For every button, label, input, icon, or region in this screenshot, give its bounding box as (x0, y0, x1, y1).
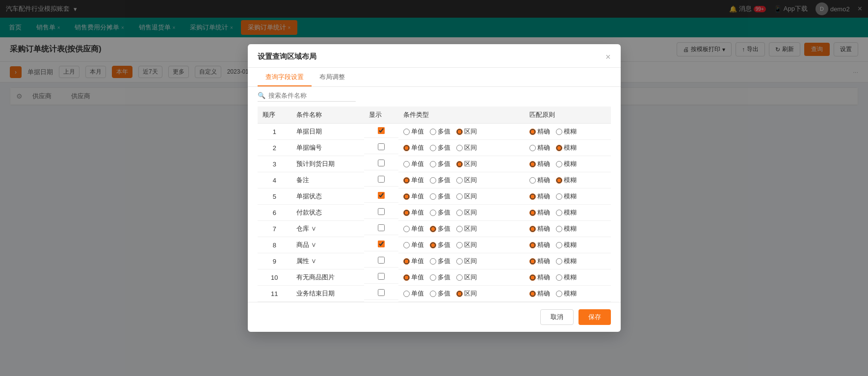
settings-dialog: 设置查询区域布局 × 查询字段设置 布局调整 🔍 顺序 条件名称 显示 (248, 44, 621, 110)
th-show: 显示 (364, 107, 398, 110)
dialog-header: 设置查询区域布局 × (248, 44, 621, 68)
dialog-close-btn[interactable]: × (605, 53, 611, 61)
tab-layout-adjust[interactable]: 布局调整 (312, 68, 353, 86)
th-type: 条件类型 (398, 107, 525, 110)
search-input[interactable] (268, 92, 347, 99)
tab-field-settings[interactable]: 查询字段设置 (258, 68, 312, 86)
th-match: 匹配原则 (525, 107, 610, 110)
th-name: 条件名称 (291, 107, 364, 110)
conditions-table: 顺序 条件名称 显示 条件类型 匹配原则 1单据日期单值多值区间精确模糊2单据编… (258, 107, 611, 110)
dialog-search-area: 🔍 (248, 87, 621, 107)
th-order: 顺序 (258, 107, 292, 110)
search-box: 🔍 (258, 92, 356, 102)
dialog-table-area: 顺序 条件名称 显示 条件类型 匹配原则 1单据日期单值多值区间精确模糊2单据编… (248, 107, 621, 110)
search-icon: 🔍 (258, 92, 265, 99)
modal-overlay: 设置查询区域布局 × 查询字段设置 布局调整 🔍 顺序 条件名称 显示 (0, 0, 868, 110)
dialog-title: 设置查询区域布局 (258, 52, 316, 61)
dialog-tabs: 查询字段设置 布局调整 (248, 68, 621, 87)
table-header-row: 顺序 条件名称 显示 条件类型 匹配原则 (258, 107, 611, 110)
